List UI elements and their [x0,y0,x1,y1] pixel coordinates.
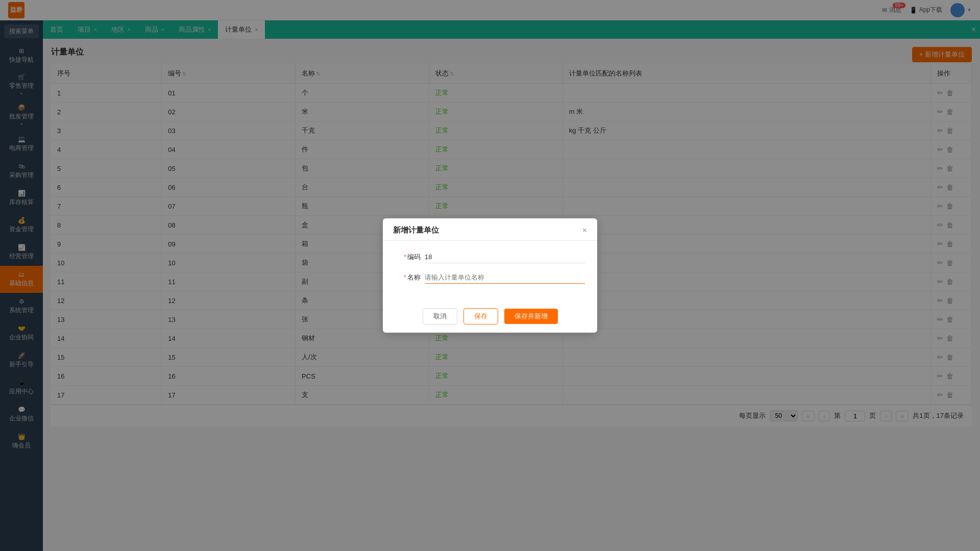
cancel-button[interactable]: 取消 [423,308,457,324]
add-unit-modal: 新增计量单位 × *编码 *名称 取消 保存 保存并新增 [383,218,597,333]
required-star: * [404,273,406,281]
form-row-code: *编码 [395,251,585,263]
save-and-new-button[interactable]: 保存并新增 [504,309,558,324]
modal-close-button[interactable]: × [582,226,587,235]
name-label: *名称 [395,273,421,282]
form-row-name: *名称 [395,271,585,284]
code-label: *编码 [395,253,421,262]
code-input[interactable] [425,251,585,263]
modal-footer: 取消 保存 保存并新增 [383,302,597,333]
modal-overlay: 新增计量单位 × *编码 *名称 取消 保存 保存并新增 [0,0,980,551]
modal-header: 新增计量单位 × [383,218,597,241]
modal-body: *编码 *名称 [383,241,597,302]
required-star: * [404,253,406,261]
modal-title: 新增计量单位 [393,226,439,235]
save-button[interactable]: 保存 [463,308,498,324]
name-input[interactable] [425,271,585,284]
